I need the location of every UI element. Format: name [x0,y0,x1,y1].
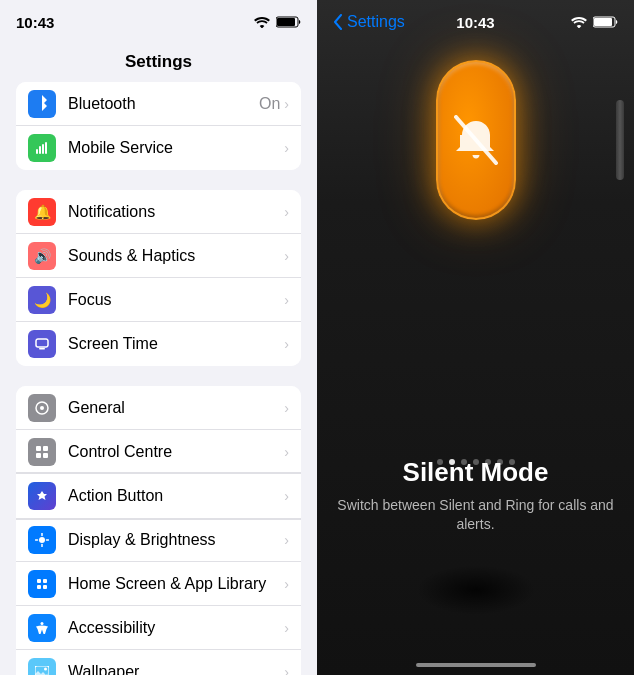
settings-panel: 10:43 Settings Bluet [0,0,317,675]
actionbutton-icon [28,482,56,510]
settings-list: Bluetooth On › Mobile Service › [0,82,317,675]
homescreen-chevron: › [284,576,289,592]
settings-title: Settings [0,44,317,82]
accessibility-item[interactable]: Accessibility › [16,606,301,650]
mobile-service-item[interactable]: Mobile Service › [16,126,301,170]
battery-icon-right [593,16,618,28]
mobile-icon [28,134,56,162]
wallpaper-item[interactable]: Wallpaper › [16,650,301,675]
back-button[interactable]: Settings [333,13,405,31]
accessibility-chevron: › [284,620,289,636]
controlcentre-svg [35,445,49,459]
display-svg [35,533,49,547]
controlcentre-item[interactable]: Control Centre › [16,430,301,474]
silent-mode-title: Silent Mode [337,457,614,488]
general-label: General [68,399,284,417]
status-icons-left [254,16,301,28]
svg-rect-5 [45,142,47,154]
svg-rect-7 [39,348,45,350]
sounds-icon: 🔊 [28,242,56,270]
svg-rect-22 [43,585,47,589]
accessibility-label: Accessibility [68,619,284,637]
svg-rect-12 [36,453,41,458]
sounds-item[interactable]: 🔊 Sounds & Haptics › [16,234,301,278]
sounds-label: Sounds & Haptics [68,247,284,265]
wifi-icon [254,16,270,28]
svg-point-25 [44,667,47,670]
status-icons-right [571,16,618,28]
homescreen-item[interactable]: Home Screen & App Library › [16,562,301,606]
svg-point-23 [41,622,44,625]
actionbutton-label: Action Button [68,487,284,505]
svg-rect-19 [37,579,41,583]
mobile-chevron: › [284,140,289,156]
notifications-chevron: › [284,204,289,220]
bluetooth-item[interactable]: Bluetooth On › [16,82,301,126]
display-item[interactable]: Display & Brightness › [16,518,301,562]
finger-shadow [416,565,536,615]
time-left: 10:43 [16,14,54,31]
home-indicator [416,663,536,667]
action-button-visual [436,60,516,220]
bluetooth-icon [28,90,56,118]
actionbutton-chevron: › [284,488,289,504]
display-label: Display & Brightness [68,531,284,549]
screentime-icon [28,330,56,358]
back-label: Settings [347,13,405,31]
general-item[interactable]: General › [16,386,301,430]
notifications-label: Notifications [68,203,284,221]
focus-item[interactable]: 🌙 Focus › [16,278,301,322]
time-right: 10:43 [456,14,494,31]
wallpaper-svg [35,666,49,676]
screentime-chevron: › [284,336,289,352]
bluetooth-value: On [259,95,280,113]
controlcentre-label: Control Centre [68,443,284,461]
notifications-item[interactable]: 🔔 Notifications › [16,190,301,234]
actionbutton-svg [35,489,49,503]
homescreen-icon [28,570,56,598]
wallpaper-icon [28,658,56,676]
homescreen-label: Home Screen & App Library [68,575,284,593]
status-bar-left: 10:43 [0,0,317,44]
svg-rect-1 [277,18,295,26]
mobile-svg [35,141,49,155]
svg-rect-6 [36,339,48,347]
mobile-label: Mobile Service [68,139,284,157]
screentime-label: Screen Time [68,335,284,353]
svg-rect-21 [37,585,41,589]
bluetooth-label: Bluetooth [68,95,259,113]
controlcentre-icon [28,438,56,466]
silent-mode-description: Switch between Silent and Ring for calls… [337,496,614,535]
wifi-icon-right [571,16,587,28]
svg-rect-4 [42,144,44,154]
svg-rect-11 [43,446,48,451]
back-chevron-icon [333,14,343,30]
controlcentre-chevron: › [284,444,289,460]
accessibility-svg [35,621,49,635]
svg-rect-10 [36,446,41,451]
svg-rect-20 [43,579,47,583]
homescreen-svg [36,578,48,590]
focus-icon: 🌙 [28,286,56,314]
svg-point-9 [40,406,44,410]
sounds-chevron: › [284,248,289,264]
svg-rect-3 [39,146,41,154]
general-chevron: › [284,400,289,416]
status-bar-right: Settings 10:43 [317,0,634,44]
bell-slash-svg [454,115,498,165]
screentime-svg [35,337,49,351]
focus-chevron: › [284,292,289,308]
section-connectivity: Bluetooth On › Mobile Service › [16,82,301,170]
screentime-item[interactable]: Screen Time › [16,322,301,366]
svg-point-14 [39,537,45,543]
side-button [616,100,624,180]
section-general: General › Control Centre › [16,386,301,675]
general-svg [35,401,49,415]
notifications-icon: 🔔 [28,198,56,226]
wallpaper-chevron: › [284,664,289,676]
actionbutton-item[interactable]: Action Button › [16,474,301,518]
general-icon [28,394,56,422]
svg-rect-13 [43,453,48,458]
section-notifications: 🔔 Notifications › 🔊 Sounds & Haptics › 🌙… [16,190,301,366]
bluetooth-svg [35,95,49,113]
